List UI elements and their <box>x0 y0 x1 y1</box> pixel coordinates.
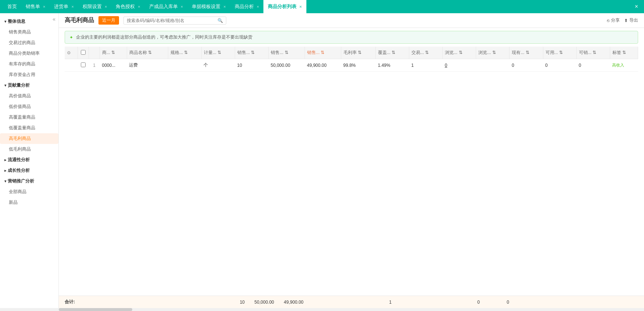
sidebar-item-in-stock[interactable]: 有库存的商品 <box>0 59 58 69</box>
sidebar-item-stock-capital[interactable]: 库存资金占用 <box>0 69 58 80</box>
sidebar-item-low-margin[interactable]: 低毛利商品 <box>0 144 58 155</box>
search-icon[interactable]: 🔍 <box>217 18 223 23</box>
col-sales-qty[interactable]: 销售... ⇅ <box>235 47 269 59</box>
sidebar: « ▾ 整体信息 销售类商品 交易过的商品 商品分类助销率 有库存的商品 库存资… <box>0 13 59 308</box>
settings-icon[interactable]: ⚙ <box>67 50 71 55</box>
sidebar-item-high-coverage[interactable]: 高覆盖量商品 <box>0 112 58 123</box>
sidebar-item-high-margin[interactable]: 高毛利商品 <box>0 133 58 144</box>
sidebar-item-sales-goods[interactable]: 销售类商品 <box>0 27 58 37</box>
cell-spec <box>168 59 201 72</box>
sidebar-group-growth[interactable]: ▸ 成长性分析 <box>0 165 58 176</box>
col-sku-code[interactable]: 商... ⇅ <box>100 47 127 59</box>
cell-browse2 <box>476 59 510 72</box>
total-spacer3 <box>394 300 453 305</box>
share-button[interactable]: ⎋ 分享 <box>607 17 620 23</box>
cell-settings <box>65 59 78 72</box>
close-icon[interactable]: × <box>257 4 259 9</box>
cell-sales-amount: 50,000.00 <box>269 59 305 72</box>
nav-roles[interactable]: 角色授权 × <box>111 0 144 13</box>
content-area: 高毛利商品 近一月 🔍 ⎋ 分享 ⬆ 导出 ✦ 企业的主要的利润都是这部分商品创… <box>59 13 644 308</box>
total-sellable: 0 <box>482 300 511 305</box>
time-filter-button[interactable]: 近一月 <box>98 16 119 25</box>
col-available[interactable]: 可用... ⇅ <box>543 47 576 59</box>
page-title: 高毛利商品 <box>65 17 94 24</box>
sidebar-item-traded-goods[interactable]: 交易过的商品 <box>0 37 58 48</box>
select-all-checkbox[interactable] <box>81 50 86 55</box>
sidebar-group-contribution[interactable]: ▾ 贡献量分析 <box>0 80 58 91</box>
sidebar-item-new-goods[interactable]: 新品 <box>0 197 58 208</box>
col-tag[interactable]: 标签 ⇅ <box>610 47 638 59</box>
cell-sku-code: 0000... <box>100 59 127 72</box>
total-bar: 合计: 10 50,000.00 49,900.00 1 0 0 <box>59 296 644 308</box>
close-icon[interactable]: × <box>71 4 73 9</box>
export-icon: ⬆ <box>624 18 628 23</box>
window-close-button[interactable]: × <box>632 3 641 10</box>
close-icon[interactable]: × <box>223 4 226 9</box>
close-icon[interactable]: × <box>105 4 107 9</box>
cell-current-stock: 0 <box>510 59 543 72</box>
col-browse2[interactable]: 浏览... ⇅ <box>476 47 510 59</box>
sidebar-item-all-goods[interactable]: 全部商品 <box>0 187 58 197</box>
horizontal-scrollbar[interactable] <box>0 308 644 311</box>
close-icon[interactable]: × <box>181 4 183 9</box>
chevron-right-icon: ▸ <box>4 158 6 162</box>
nav-product-inbound[interactable]: 产成品入库单 × <box>145 0 187 13</box>
total-sales-profit: 49,900.00 <box>276 300 306 305</box>
nav-template-settings[interactable]: 单据模板设置 × <box>187 0 230 13</box>
col-checkbox <box>78 47 89 59</box>
col-settings[interactable]: ⚙ <box>65 47 78 59</box>
search-input-wrap: 🔍 <box>123 17 226 25</box>
col-coverage[interactable]: 覆盖... ⇅ <box>375 47 409 59</box>
col-browse1[interactable]: 浏览... ⇅ <box>443 47 476 59</box>
sidebar-group-overall[interactable]: ▾ 整体信息 <box>0 16 58 27</box>
info-message: 企业的主要的利润都是这部分商品创造的，可考虑加大推广，同时关注库存是不要出现缺货 <box>76 34 252 40</box>
col-sales-amount[interactable]: 销售... ⇅ <box>269 47 305 59</box>
total-cells: 10 50,000.00 49,900.00 1 0 0 <box>85 300 638 305</box>
nav-permissions[interactable]: 权限设置 × <box>78 0 111 13</box>
scrollbar-thumb[interactable] <box>59 308 132 311</box>
sidebar-item-high-value[interactable]: 高价值商品 <box>0 91 58 101</box>
cell-browse1[interactable]: 0 <box>443 59 476 72</box>
nav-home[interactable]: 首页 <box>3 0 21 13</box>
col-sellable[interactable]: 可销... ⇅ <box>576 47 610 59</box>
col-row-num <box>89 47 100 59</box>
total-sales-qty: 10 <box>217 300 247 305</box>
nav-purchase[interactable]: 进货单 × <box>50 0 78 13</box>
chevron-down-icon: ▾ <box>4 19 6 23</box>
close-icon[interactable]: × <box>43 4 45 9</box>
info-icon: ✦ <box>69 35 73 40</box>
col-sales-profit[interactable]: 销售... ⇅ <box>305 47 341 59</box>
nav-sales[interactable]: 销售单 × <box>21 0 50 13</box>
sidebar-group-marketing[interactable]: ▾ 营销推广分析 <box>0 176 58 187</box>
sidebar-item-low-coverage[interactable]: 低覆盖量商品 <box>0 123 58 133</box>
cell-unit: 个 <box>201 59 235 72</box>
sidebar-item-category-rate[interactable]: 商品分类助销率 <box>0 48 58 59</box>
col-gross-margin[interactable]: 毛利率 ⇅ <box>341 47 375 59</box>
sidebar-item-low-value[interactable]: 低价值商品 <box>0 101 58 112</box>
share-icon: ⎋ <box>607 18 609 23</box>
close-icon[interactable]: × <box>138 4 140 9</box>
nav-product-analysis-list[interactable]: 商品分析列表 × <box>263 0 306 13</box>
cell-sales-qty: 10 <box>235 59 269 72</box>
sidebar-collapse-button[interactable]: « <box>53 16 55 22</box>
total-spacer2 <box>306 300 364 305</box>
export-button[interactable]: ⬆ 导出 <box>624 17 638 23</box>
cell-row-num: 1 <box>89 59 100 72</box>
nav-product-analysis[interactable]: 商品分析 × <box>230 0 263 13</box>
sidebar-group-liquidity[interactable]: ▸ 流通性分析 <box>0 155 58 165</box>
cell-checkbox[interactable] <box>78 59 89 72</box>
cell-coverage: 1.49% <box>375 59 409 72</box>
cell-trade: 1 <box>409 59 443 72</box>
col-trade[interactable]: 交易... ⇅ <box>409 47 443 59</box>
col-current-stock[interactable]: 现有... ⇅ <box>510 47 543 59</box>
close-icon[interactable]: × <box>299 4 302 9</box>
cell-gross-margin: 99.8% <box>341 59 375 72</box>
cell-available: 0 <box>543 59 576 72</box>
col-unit[interactable]: 计量... ⇅ <box>201 47 235 59</box>
total-trade: 1 <box>364 300 394 305</box>
total-sales-amount: 50,000.00 <box>247 300 276 305</box>
col-product-name[interactable]: 商品名称 ⇅ <box>127 47 168 59</box>
col-spec[interactable]: 规格... ⇅ <box>168 47 201 59</box>
info-bar: ✦ 企业的主要的利润都是这部分商品创造的，可考虑加大推广，同时关注库存是不要出现… <box>65 31 638 44</box>
search-input[interactable] <box>127 18 216 23</box>
